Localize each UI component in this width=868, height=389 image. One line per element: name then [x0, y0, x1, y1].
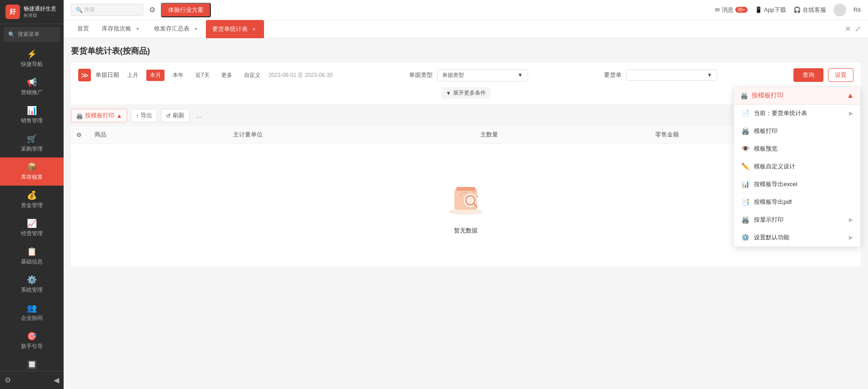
sidebar-item-guide[interactable]: 🎯 新手引导: [0, 327, 64, 355]
sidebar-item-inventory[interactable]: 📦 库存核算: [0, 157, 64, 186]
sidebar-nav: ⚡ 快捷导航 📢 营销推广 📊 销售管理 🛒 采购管理 📦 库存核算 💰 资金管…: [0, 45, 64, 371]
user-avatar[interactable]: [833, 4, 846, 16]
sidebar-item-operations[interactable]: 📈 经营管理: [0, 214, 64, 242]
dropdown-display-print-label: 按显示打印: [754, 216, 783, 224]
more-options-btn[interactable]: ...: [193, 109, 204, 122]
date-btn-last-7-days[interactable]: 近7天: [192, 70, 213, 81]
date-btn-this-year[interactable]: 本年: [169, 70, 187, 81]
date-btn-this-month[interactable]: 本月: [146, 70, 165, 81]
dropdown-item-set-default[interactable]: ⚙️ 设置默认功能 ▶: [734, 229, 860, 247]
page-title: 要货单统计表(按商品): [71, 45, 861, 56]
refresh-btn[interactable]: ↺ 刷新: [161, 109, 190, 122]
tab-order-summary[interactable]: 要货单统计表 ×: [206, 20, 264, 38]
dropdown-item-template-custom[interactable]: ✏️ 模板自定义设计: [734, 158, 860, 176]
goods-filter-select[interactable]: ▼: [626, 70, 717, 81]
date-range-value: 2023-06-01 至 2023-06-30: [269, 71, 333, 79]
date-btn-prev-month[interactable]: 上月: [124, 70, 142, 81]
headset-icon: 🎧: [793, 6, 801, 13]
dropdown-template-print-icon: 🖨️: [741, 127, 749, 135]
sidebar-item-label: 营销推广: [21, 89, 43, 96]
dropdown-item-template-preview[interactable]: 👁️ 模板预览: [734, 140, 860, 158]
table-settings-icon[interactable]: ⚙: [76, 131, 82, 138]
sidebar-item-label: 快捷导航: [21, 61, 43, 68]
tab-bar: 首页 库存批次账 × 收发存汇总表 × 要货单统计表 × ✕ ⤢: [64, 20, 868, 38]
settings-bottom-icon[interactable]: ⚙: [5, 376, 11, 384]
topbar-gear-icon[interactable]: ⚙: [149, 5, 155, 14]
template-print-label: 按模板打印: [85, 111, 115, 120]
sidebar-item-label: 企业协同: [21, 314, 43, 322]
tab-order-summary-label: 要货单统计表: [212, 25, 248, 33]
sidebar-item-basics[interactable]: 📋 基础信息: [0, 242, 64, 270]
empty-text: 暂无数据: [454, 227, 478, 235]
template-print-btn[interactable]: 🖨️ 按模板打印 ▲: [71, 109, 127, 122]
tab-collection-summary-close[interactable]: ×: [192, 25, 200, 32]
tab-collection-summary-label: 收发存汇总表: [154, 25, 190, 33]
dropdown-item-display-print[interactable]: 🖨️ 按显示打印 ▶: [734, 211, 860, 229]
expand-more-btn[interactable]: ▼ 展开更多条件: [441, 87, 490, 99]
dropdown-item-template-print[interactable]: 🖨️ 模板打印: [734, 122, 860, 140]
sidebar-item-system[interactable]: ⚙️ 系统管理: [0, 270, 64, 298]
app-version: 标准版: [24, 12, 56, 19]
sidebar-item-sales[interactable]: 📊 销售管理: [0, 101, 64, 129]
dropdown-template-custom-icon: ✏️: [741, 162, 749, 171]
dropdown-item-export-excel[interactable]: 📊 按模板导出excel: [734, 176, 860, 193]
filter-expand-icon[interactable]: ≫: [78, 69, 91, 81]
printer-icon: 🖨️: [76, 112, 83, 119]
empty-illustration: [443, 176, 489, 221]
logo-icon: 好: [5, 5, 20, 19]
window-buttons: ✕ ⤢: [844, 26, 861, 32]
finance-icon: 💰: [27, 190, 37, 200]
dropdown-current-chevron: ▶: [849, 110, 853, 116]
app-name: 畅捷通好生意: [24, 5, 56, 13]
sidebar-item-label: 系统管理: [21, 286, 43, 294]
template-print-chevron-up: ▲: [116, 112, 122, 119]
sidebar-item-finance[interactable]: 💰 资金管理: [0, 186, 64, 214]
main-area: 🔍 搜索 ⚙ 体验行业方案 ✉ 消息 99+ 📱 App下载 🎧 在线客服 Ri…: [64, 0, 868, 389]
message-icon: ✉: [715, 6, 720, 13]
dropdown-item-current[interactable]: 📄 当前：要货单统计表 ▶: [734, 105, 860, 122]
purchase-icon: 🛒: [27, 134, 37, 144]
goods-filter-label: 要货单: [604, 71, 622, 79]
search-menu[interactable]: 🔍 搜索菜单: [4, 27, 60, 42]
content-area: 要货单统计表(按商品) ≫ 单据日期 上月 本月 本年 近7天 更多 自定义 2…: [64, 38, 868, 389]
sidebar-bottom: ⚙ ◀: [0, 371, 64, 389]
system-icon: ⚙️: [27, 275, 37, 285]
date-filter-label: 单据日期: [95, 71, 119, 79]
type-filter-select[interactable]: 单据类型 ▼: [437, 69, 528, 81]
sidebar-item-label: 新手引导: [21, 343, 43, 350]
sidebar-item-label: 采购管理: [21, 145, 43, 153]
online-service-btn[interactable]: 🎧 在线客服: [793, 6, 826, 14]
topbar-search-box[interactable]: 🔍 搜索: [71, 4, 144, 16]
messages-btn[interactable]: ✉ 消息 99+: [715, 6, 748, 14]
sidebar-item-marketing[interactable]: 📢 营销推广: [0, 73, 64, 101]
settings-btn[interactable]: 设置: [828, 68, 853, 82]
export-btn[interactable]: ↑ 导出: [131, 109, 158, 122]
sidebar-item-collab[interactable]: 👥 企业协同: [0, 298, 64, 327]
guide-icon: 🎯: [27, 331, 37, 341]
date-btn-more[interactable]: 更多: [218, 70, 236, 81]
filter-row-1: ≫ 单据日期 上月 本月 本年 近7天 更多 自定义 2023-06-01 至 …: [78, 68, 853, 82]
phone-icon: 📱: [755, 6, 762, 13]
sidebar-item-label: 销售管理: [21, 117, 43, 125]
date-btn-custom[interactable]: 自定义: [240, 70, 264, 81]
window-close-btn[interactable]: ✕: [844, 26, 851, 32]
dropdown-template-preview-icon: 👁️: [741, 145, 749, 153]
tab-order-summary-close[interactable]: ×: [250, 25, 258, 33]
trial-btn[interactable]: 体验行业方案: [161, 3, 211, 17]
export-label: 导出: [140, 111, 152, 120]
collapse-icon[interactable]: ◀: [54, 376, 59, 384]
window-maximize-btn[interactable]: ⤢: [854, 26, 861, 32]
tab-home[interactable]: 首页: [71, 20, 95, 38]
app-download-btn[interactable]: 📱 App下载: [755, 6, 786, 14]
query-btn[interactable]: 查询: [793, 68, 823, 82]
sidebar-item-quick-nav[interactable]: ⚡ 快捷导航: [0, 45, 64, 73]
tab-inventory-batch[interactable]: 库存批次账 ×: [95, 20, 148, 38]
sidebar-item-purchase[interactable]: 🛒 采购管理: [0, 129, 64, 157]
dropdown-close-chevron[interactable]: ▲: [847, 91, 854, 100]
collab-icon: 👥: [27, 303, 37, 313]
sidebar-item-appstore[interactable]: 🔲 应用中心: [0, 355, 64, 371]
sidebar-item-label: 经营管理: [21, 230, 43, 237]
tab-inventory-batch-close[interactable]: ×: [134, 25, 141, 32]
tab-collection-summary[interactable]: 收发存汇总表 ×: [148, 20, 206, 38]
dropdown-item-export-pdf[interactable]: 📑 按模板导出pdf: [734, 193, 860, 211]
